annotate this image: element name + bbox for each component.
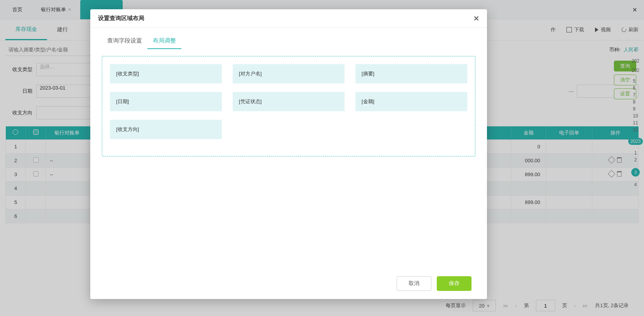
modal-tab-fields[interactable]: 查询字段设置 <box>102 35 147 49</box>
layout-chip-grid[interactable]: [收支类型][对方户名][摘要][日期][凭证状态][金额][收支方向] <box>102 56 475 156</box>
layout-chip[interactable]: [对方户名] <box>233 64 345 83</box>
layout-settings-modal: 设置查询区域布局 ✕ 查询字段设置 布局调整 [收支类型][对方户名][摘要][… <box>90 9 487 299</box>
modal-tab-layout[interactable]: 布局调整 <box>147 35 181 49</box>
save-button[interactable]: 保存 <box>437 276 472 291</box>
layout-chip[interactable]: [金额] <box>355 92 467 111</box>
modal-close-icon[interactable]: ✕ <box>473 14 479 23</box>
modal-tabs: 查询字段设置 布局调整 <box>90 28 487 49</box>
layout-chip[interactable]: [摘要] <box>355 64 467 83</box>
modal-header: 设置查询区域布局 ✕ <box>90 9 487 28</box>
modal-footer: 取消 保存 <box>90 268 487 299</box>
modal-title: 设置查询区域布局 <box>98 15 144 22</box>
layout-chip[interactable]: [凭证状态] <box>233 92 345 111</box>
layout-chip[interactable]: [收支方向] <box>110 120 222 139</box>
cancel-button[interactable]: 取消 <box>397 276 431 291</box>
layout-chip[interactable]: [收支类型] <box>110 64 222 83</box>
layout-chip[interactable]: [日期] <box>110 92 222 111</box>
